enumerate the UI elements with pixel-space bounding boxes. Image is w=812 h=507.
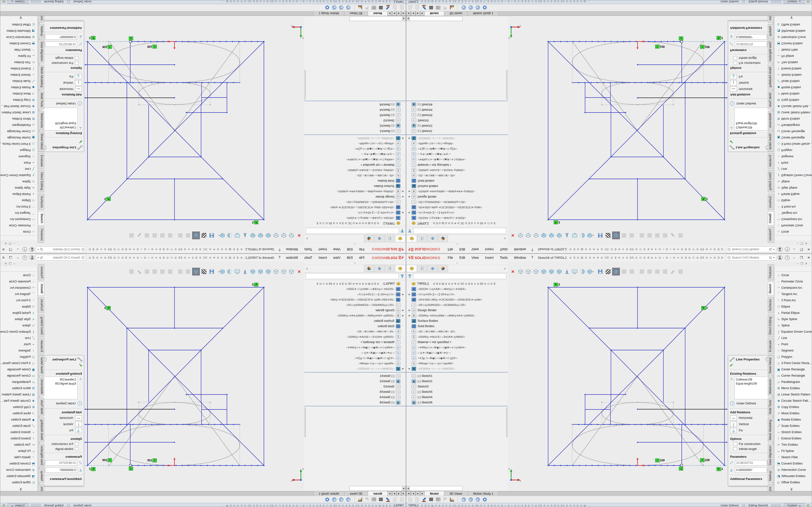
tool-line[interactable]: ╱Line [0, 335, 38, 341]
tree-row[interactable]: ▦(-) Sketch6 [304, 400, 406, 405]
filter-input[interactable] [306, 273, 399, 279]
menu-view[interactable]: View [330, 246, 344, 252]
add-relation-fix[interactable]: ⚓Fix [39, 73, 84, 80]
resources-icon[interactable] [806, 503, 810, 507]
add-relation-fix[interactable]: ⚓Fix [39, 427, 84, 434]
tool-mirror-entities[interactable]: ⧉Mirror Entities [0, 116, 38, 122]
tree-row[interactable]: ↳○ИNoge◦⚇◎○◦○◎⚇◦egoNИ○ [406, 361, 508, 366]
tool-mirror-entities[interactable]: ⧉Mirror Entities [774, 116, 812, 122]
relation-button-icon[interactable]: ⚓ [75, 74, 82, 79]
tree-root-row[interactable]: TЯPDL2. ⊙ Ǝ ⊙ Ш ⊙ ⊙ ⊙ ✛ ⊙ ƆC ⊙ Ǝ ⊙ ∔ ⊙ Ƨ… [406, 281, 508, 286]
option-infinite-length[interactable]: Infinite length [39, 446, 84, 451]
tool-equation-driven-curve[interactable]: ƒEquation Driven Curve [774, 329, 812, 335]
tab-featuremanager[interactable] [407, 235, 417, 242]
doc-tab-model[interactable]: Model [368, 11, 388, 16]
tool-rotate-entities[interactable]: ◆Rotate Entities [0, 416, 38, 423]
relation-badge[interactable]: =109 [147, 458, 157, 462]
menu-file[interactable]: File [445, 246, 456, 252]
relation-badge[interactable]: ✎3 [717, 467, 723, 471]
motion-icon[interactable] [475, 5, 481, 10]
add-relations-header[interactable]: Add Relations∧ [39, 410, 84, 415]
search-input[interactable]: Search CAD Models ▼ [726, 255, 776, 261]
tree-row[interactable]: ▦(-) Sketch2 [304, 379, 406, 384]
menu-edit[interactable]: Edit [456, 246, 468, 252]
relation-badge[interactable]: ✎3 [252, 283, 258, 287]
bars-icon[interactable] [428, 5, 434, 10]
tree-row[interactable]: ▱○✛Ʒϱ◦⚇○Ж◉|○◦○|◉Ж○⚇◦ϱƷ✛○ [406, 355, 508, 361]
rollback-bar[interactable] [304, 406, 406, 406]
options-header[interactable]: Options∧ [728, 66, 773, 71]
tab-propertymanager[interactable] [417, 265, 427, 272]
tree-row[interactable]: ⌐Sketch3 [406, 118, 508, 123]
tool-parallelogram[interactable]: ▱Parallelogram [0, 379, 38, 385]
tool-corner-rectangle[interactable]: ▭Corner Rectangle [774, 128, 812, 134]
command-tab-direct-editing[interactable]: Direct Editing [38, 315, 44, 337]
grayflag-icon[interactable] [442, 5, 448, 10]
tool-fit-spline[interactable]: ⌙Fit Spline [0, 53, 38, 59]
bars-icon[interactable] [428, 497, 434, 502]
tab-nav-icon[interactable]: ◀ [411, 491, 415, 496]
scroll-track[interactable] [410, 486, 463, 491]
tool-equation-driven-curve[interactable]: ƒEquation Driven Curve [774, 172, 812, 178]
relation-badge[interactable]: =109 [700, 45, 710, 49]
option-infinite-length[interactable]: Infinite length [728, 446, 773, 451]
add-relations-header[interactable]: Add Relations∧ [728, 410, 773, 415]
tree-row[interactable]: ⌐(-) Sketch5 [406, 389, 508, 394]
command-tab-mold-tools[interactable]: Mold Tools [38, 398, 44, 416]
tool-extend-entities[interactable]: ⊺Extend Entities [0, 65, 38, 72]
tree-row[interactable]: ▱○✛Ʒϱ◦⚇○Ж◉|○◦○|◉Ж○⚇◦ϱƷ✛○ [406, 146, 508, 152]
tree-row[interactable]: ▱○✛ИN◎⚇∔○Ж◉|○◦○|◉Ж○∔⚇◎NИ✛○ [304, 157, 406, 162]
tab-propertymanager[interactable] [385, 265, 395, 272]
command-tab-data-migration[interactable]: Data Migration [38, 40, 44, 63]
tree-row[interactable]: ★○Ƨ53Ǝ✛◦⚇◎ΛAΦ○◦○ΦAΛ◎⚇◦✛Ǝ3Ƨ5○ [304, 286, 406, 292]
option-for-construction[interactable]: For construction [39, 61, 84, 66]
tool-circular-sketch-pattern[interactable]: ❖Circular Sketch Pattern [0, 398, 38, 404]
checkbox[interactable] [75, 442, 79, 446]
add-relation-vertical[interactable]: |Vertical [728, 421, 773, 427]
tree-row[interactable]: ▱○✛Ʒϱ◦⚇○Ж◉|○◦○|◉Ж○⚇◦ϱƷ✛○ [304, 355, 406, 361]
tool-centerpoint-arc[interactable]: ◠Centerpoint Arc [0, 285, 38, 291]
command-tab-mesh-modeling[interactable]: Mesh Modeling [768, 417, 774, 442]
existing-relations-header[interactable]: Existing Relations∧ [39, 131, 84, 136]
menu-tools[interactable]: Tools [497, 246, 511, 252]
tree-row[interactable]: ▦(-) Sketch6 [406, 102, 508, 107]
ok-check-icon[interactable]: ✔ [39, 138, 84, 145]
tree-row[interactable]: ▶A○Ƨ5ИN◎◦✛A✛◎ИNA○◦○ANИ◎✛A✛◦◎NИƧ5○ [304, 313, 406, 318]
pin-icon[interactable] [278, 256, 281, 260]
brush-icon[interactable] [421, 497, 427, 502]
add-relation-vertical[interactable]: |Vertical [39, 80, 84, 86]
length-field[interactable]: 10.88152731 [45, 42, 77, 47]
menu-window[interactable]: Window [283, 255, 301, 261]
tool-3-point-center-recta-[interactable]: ◇3 Point Center Recta... [0, 360, 38, 366]
tree-row[interactable]: ▶A○Ƨ5ИN◎◦✛A✛◎ИNA○◦○ANИ◎✛A✛◦◎NИƧ5○ [406, 313, 508, 318]
ok-check-icon[interactable]: ✔ [728, 138, 773, 145]
tool-centerpoint-arc[interactable]: ◠Centerpoint Arc [774, 285, 812, 291]
tool-center-rectangle[interactable]: ▣Center Rectangle [774, 366, 812, 373]
command-tab-sketch[interactable]: Sketch [768, 211, 774, 225]
options-header[interactable]: Options∧ [728, 436, 773, 441]
tree-row[interactable]: ⌐(-) Sketch4 [304, 394, 406, 400]
menu-view[interactable]: View [468, 246, 482, 252]
tool-trim-entities[interactable]: ✂Trim Entities [0, 59, 38, 65]
motion-icon[interactable] [338, 5, 344, 10]
minimize-button[interactable]: – [14, 247, 21, 251]
checkbox[interactable] [75, 447, 79, 451]
tool-rotate-entities[interactable]: ◆Rotate Entities [774, 416, 812, 423]
tool-line[interactable]: ╱Line [774, 166, 812, 172]
tree-row[interactable]: ▤○Ƨ5✛ƎƧ5○ИN◎◦✛ƆCƎUƎƧ5○◦○Ƨ5ƎUƎƆC✛◦◎NИ○ [406, 297, 508, 302]
filter-input[interactable] [306, 228, 399, 234]
tool-spline[interactable]: ∿Spline [0, 322, 38, 329]
grayflag-icon[interactable] [364, 497, 370, 502]
tree-row[interactable]: ⌐(-) Sketch5 [304, 113, 406, 118]
relation-badge[interactable]: =109 [655, 458, 665, 462]
filter-input[interactable] [413, 228, 506, 234]
close-button[interactable]: ✕ [805, 256, 812, 260]
relation-badge[interactable]: ✎3 [252, 220, 258, 224]
tree-row[interactable]: ▤○Ƨ5✛ƎƧ5○ИN◎◦✛ƆCƎUƎƧ5○◦○Ƨ5ƎUƎƆC✛◦◎NИ○ [304, 205, 406, 210]
tab-nav-icon[interactable]: ▶ [392, 491, 397, 496]
grid-icon[interactable] [435, 497, 441, 502]
tree-row[interactable]: ✎○Ƨ5·∩Ж⚇AM○◦○MA⚇Ж∩·Ƨ5○ [406, 173, 508, 178]
tab-nav-icon[interactable]: ◀ [406, 11, 411, 16]
search-icon[interactable] [40, 256, 43, 259]
tree-h-scrollbar[interactable]: ◀ [349, 16, 406, 21]
